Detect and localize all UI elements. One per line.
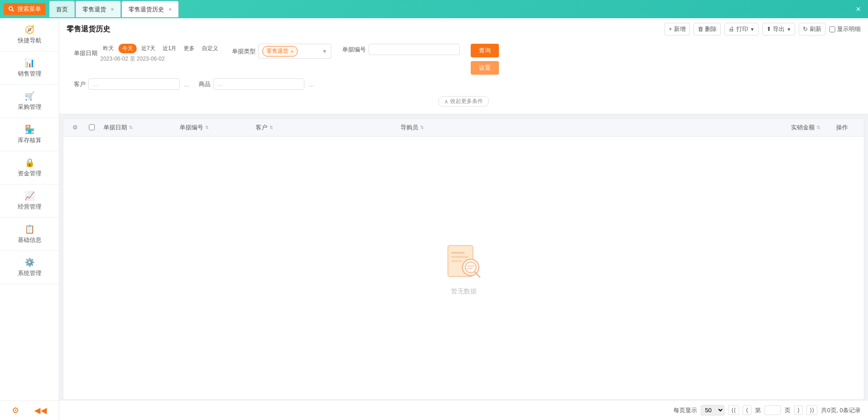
sidebar-item-basic-info[interactable]: 📋 基础信息 [0, 218, 59, 251]
tab-home-label: 首页 [56, 5, 68, 14]
export-button[interactable]: ⬆ 导出 ▼ [762, 23, 796, 36]
th-guide-label: 导购员 [401, 123, 418, 132]
empty-state: 暂无数据 [63, 137, 864, 400]
sidebar-item-sales-mgmt[interactable]: 📊 销售管理 [0, 51, 59, 85]
filter-row-2: 客户 ... 商品 ... [74, 78, 853, 90]
sidebar-item-finance-mgmt[interactable]: 🔒 资金管理 [0, 151, 59, 184]
print-button[interactable]: 🖨 打印 ▼ [724, 23, 759, 36]
tab-retail-return-close[interactable]: × [111, 6, 114, 13]
tab-retail-return-history-close[interactable]: × [169, 6, 172, 13]
date-option-custom[interactable]: 自定义 [199, 44, 221, 53]
th-number-label: 单据编号 [180, 123, 203, 132]
date-options: 昨天 今天 近7天 近1月 更多 自定义 [100, 44, 221, 53]
sidebar-item-operations-mgmt[interactable]: 📈 经营管理 [0, 184, 59, 218]
system-mgmt-icon: ⚙️ [25, 257, 35, 267]
search-menu-label: 搜索菜单 [17, 5, 41, 13]
tab-retail-return[interactable]: 零售退货 × [76, 1, 121, 17]
per-page-select[interactable]: 50 10 20 100 [701, 405, 724, 415]
voucher-type-select[interactable]: 零售退货 × ▼ [258, 44, 331, 59]
current-page-input[interactable]: 1 [765, 405, 781, 415]
inventory-check-icon: 🏪 [25, 124, 35, 134]
search-menu-btn[interactable]: 搜索菜单 [4, 3, 46, 15]
goods-filter-group: 商品 ... [199, 78, 316, 90]
tab-retail-return-label: 零售退货 [82, 5, 106, 14]
voucher-number-input[interactable] [369, 44, 460, 55]
add-button[interactable]: + 新增 [664, 23, 689, 36]
export-label: ⬆ 导出 [766, 25, 785, 33]
goods-more-btn[interactable]: ... [307, 81, 316, 88]
display-detail-checkbox[interactable]: 显示明细 [829, 25, 861, 33]
date-option-today[interactable]: 今天 [118, 44, 137, 53]
date-option-7days[interactable]: 近7天 [139, 44, 158, 53]
sidebar-item-inventory-check-label: 库存核算 [18, 136, 41, 144]
voucher-type-remove[interactable]: × [290, 49, 293, 54]
th-amount[interactable]: 实销金额 ⇅ [541, 123, 824, 132]
th-settings[interactable]: ⚙ [67, 124, 83, 131]
sidebar-item-inventory-check[interactable]: 🏪 库存核算 [0, 118, 59, 151]
per-page-label: 每页显示 [673, 406, 697, 415]
th-amount-sort-icon: ⇅ [817, 125, 820, 130]
window-close-btn[interactable]: × [848, 0, 868, 18]
sidebar-item-system-mgmt[interactable]: ⚙️ 系统管理 [0, 251, 59, 284]
delete-button[interactable]: 🗑 删除 [693, 23, 721, 36]
th-checkbox[interactable] [83, 124, 100, 130]
empty-illustration [441, 241, 487, 282]
date-option-more[interactable]: 更多 [181, 44, 197, 53]
query-button[interactable]: 查询 [471, 44, 499, 57]
voucher-number-label: 单据编号 [342, 46, 366, 54]
refresh-button[interactable]: ↻ 刷新 [799, 23, 826, 36]
sidebar-volume-btn[interactable]: ◀◀ [34, 405, 47, 415]
sidebar-item-quick-nav[interactable]: 🧭 快捷导航 [0, 18, 59, 51]
display-detail-input[interactable] [829, 26, 835, 32]
sidebar-item-basic-info-label: 基础信息 [18, 236, 41, 244]
th-date-label: 单据日期 [103, 123, 127, 132]
quick-nav-icon: 🧭 [25, 25, 35, 35]
th-date-sort-icon: ⇅ [129, 125, 133, 130]
tab-retail-return-history-label: 零售退货历史 [128, 5, 164, 14]
prev-page-btn[interactable]: ⟨ [743, 405, 751, 415]
date-filter-label: 单据日期 [74, 49, 98, 57]
print-label: 🖨 打印 [729, 25, 748, 33]
th-number-sort-icon: ⇅ [205, 125, 209, 130]
th-date[interactable]: 单据日期 ⇅ [100, 123, 176, 132]
total-pages-label: 页 [785, 406, 791, 415]
voucher-type-value: 零售退货 [267, 47, 288, 55]
pagination-bar: 每页显示 50 10 20 100 ⟨⟨ ⟨ 第 1 页 ⟩ ⟩⟩ 共0页, 0… [59, 400, 868, 420]
export-dropdown-icon: ▼ [786, 27, 791, 32]
tab-home[interactable]: 首页 [49, 1, 75, 17]
th-customer-label: 客户 [256, 123, 267, 132]
customer-more-btn[interactable]: ... [182, 81, 191, 88]
th-guide[interactable]: 导购员 ⇅ [397, 123, 542, 132]
th-number[interactable]: 单据编号 ⇅ [176, 123, 252, 132]
sidebar-item-operations-mgmt-label: 经营管理 [18, 203, 41, 211]
content-area: 零售退货历史 + 新增 🗑 删除 🖨 打印 ▼ ⬆ 导出 ▼ ↻ 刷新 [59, 18, 868, 420]
select-all-checkbox[interactable] [89, 124, 95, 130]
collapse-btn[interactable]: ∧ 收起更多条件 [438, 96, 489, 107]
date-option-1month[interactable]: 近1月 [160, 44, 180, 53]
voucher-type-group: 单据类型 零售退货 × ▼ [232, 44, 331, 59]
tab-retail-return-history[interactable]: 零售退货历史 × [122, 1, 179, 17]
voucher-type-dropdown-icon: ▼ [322, 48, 327, 55]
tabs-area: 首页 零售退货 × 零售退货历史 × [49, 1, 848, 17]
page-prefix: 第 [755, 406, 761, 415]
next-page-btn[interactable]: ⟩ [794, 405, 803, 415]
set-button[interactable]: 设置 [471, 61, 499, 75]
empty-text: 暂无数据 [451, 287, 477, 296]
date-option-yesterday[interactable]: 昨天 [100, 44, 117, 53]
print-dropdown-icon: ▼ [750, 27, 755, 32]
sidebar-settings-btn[interactable]: ⚙ [12, 405, 19, 415]
table-header: ⚙ 单据日期 ⇅ 单据编号 ⇅ 客户 ⇅ 导购员 ⇅ [63, 118, 864, 137]
sidebar-item-finance-mgmt-label: 资金管理 [18, 169, 41, 178]
voucher-type-tag: 零售退货 × [262, 46, 297, 56]
sales-mgmt-icon: 📊 [25, 58, 35, 68]
customer-input[interactable] [88, 78, 180, 90]
last-page-btn[interactable]: ⟩⟩ [806, 405, 817, 415]
operations-mgmt-icon: 📈 [25, 191, 35, 201]
th-customer-sort-icon: ⇅ [269, 125, 273, 130]
goods-input[interactable] [213, 78, 304, 90]
sidebar-item-purchase-mgmt[interactable]: 🛒 采购管理 [0, 85, 59, 118]
query-set-col: 查询 设置 [471, 44, 499, 75]
th-customer[interactable]: 客户 ⇅ [252, 123, 397, 132]
first-page-btn[interactable]: ⟨⟨ [728, 405, 739, 415]
th-amount-label: 实销金额 [791, 123, 815, 132]
